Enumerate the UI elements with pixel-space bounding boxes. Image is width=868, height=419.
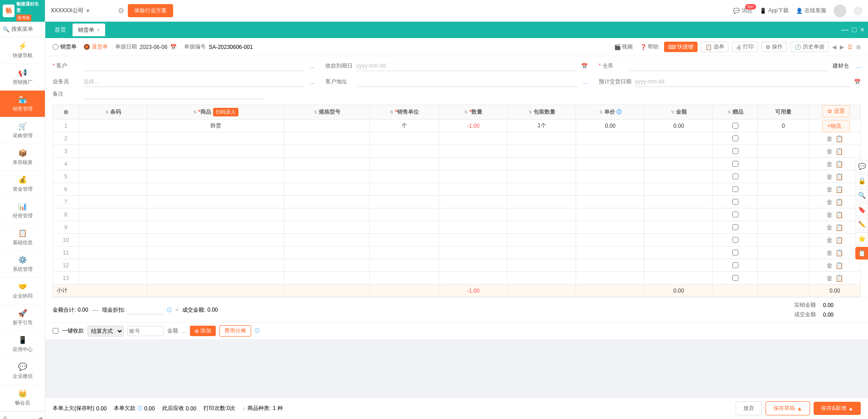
float-btn-action[interactable]: 📋	[855, 247, 868, 260]
cell-pkgqty[interactable]	[508, 208, 576, 221]
cell-price[interactable]	[576, 145, 645, 158]
cell-amount[interactable]	[645, 183, 713, 196]
radio-sales[interactable]: 销货单	[53, 43, 77, 51]
save-draft-dropdown-icon[interactable]: ▲	[797, 405, 802, 412]
delete-row-icon[interactable]: 🗑	[826, 275, 833, 282]
delete-row-icon[interactable]: 🗑	[826, 148, 833, 155]
cell-pkgqty[interactable]	[508, 221, 576, 234]
cell-barcode[interactable]	[79, 234, 147, 246]
cell-unit[interactable]	[370, 183, 439, 196]
cell-gift[interactable]	[713, 272, 758, 284]
cell-unit[interactable]	[370, 196, 439, 208]
cell-unit[interactable]	[370, 234, 439, 246]
copy-row-icon[interactable]: 📋	[835, 173, 843, 180]
cell-barcode[interactable]	[79, 158, 147, 170]
cell-pkgqty[interactable]	[508, 246, 576, 259]
cell-unit[interactable]	[370, 221, 439, 234]
cell-gift[interactable]	[713, 158, 758, 170]
cell-amount[interactable]	[645, 145, 713, 158]
cell-qty[interactable]	[439, 246, 508, 259]
cell-barcode[interactable]	[79, 208, 147, 221]
cash-discount-input[interactable]	[127, 306, 163, 314]
copy-row-icon[interactable]: 📋	[835, 249, 843, 256]
cell-qty[interactable]	[439, 132, 508, 145]
cell-product[interactable]	[147, 246, 284, 259]
cell-unit[interactable]	[370, 145, 439, 158]
cell-qty[interactable]	[439, 272, 508, 284]
cell-amount[interactable]	[645, 272, 713, 284]
cell-spec[interactable]	[284, 221, 370, 234]
customer-input[interactable]	[83, 61, 305, 71]
add-btn[interactable]: ⊕ 添加	[190, 326, 216, 336]
th-price[interactable]: ⇅ 单价 ⓘ	[576, 105, 645, 120]
cell-barcode[interactable]	[79, 145, 147, 158]
sidebar-item-enterprise[interactable]: 🤝 企业协同	[0, 278, 45, 304]
th-settings[interactable]: ⚙	[53, 105, 79, 120]
delete-row-icon[interactable]: 🗑	[826, 211, 833, 218]
cell-unit[interactable]	[370, 246, 439, 259]
cell-qty[interactable]	[439, 170, 508, 183]
cell-price[interactable]	[576, 221, 645, 234]
cell-amount[interactable]	[645, 158, 713, 170]
th-unit[interactable]: ⇅ *销售单位	[370, 105, 439, 120]
cell-barcode[interactable]	[79, 183, 147, 196]
cell-gift[interactable]	[713, 246, 758, 259]
save-new-dropdown-icon[interactable]: ▲	[848, 405, 853, 412]
cell-qty[interactable]	[439, 158, 508, 170]
sidebar-item-purchase-mgmt[interactable]: 🛒 采购管理	[0, 117, 45, 144]
cell-spec[interactable]	[284, 170, 370, 183]
cell-product[interactable]	[147, 145, 284, 158]
float-btn-search[interactable]: 🔍	[855, 189, 868, 202]
cell-spec[interactable]	[284, 145, 370, 158]
sidebar-item-sales-mgmt[interactable]: 🏪 销售管理	[0, 91, 45, 117]
cell-gift[interactable]	[713, 183, 758, 196]
copy-row-icon[interactable]: 📋	[835, 262, 843, 269]
sidebar-settings-icon[interactable]: ⚙	[3, 415, 8, 419]
account-input[interactable]	[127, 326, 164, 336]
cell-amount[interactable]	[645, 208, 713, 221]
float-btn-star[interactable]: ⭐	[855, 232, 868, 245]
sidebar-item-marketing[interactable]: 📢 营销推广	[0, 64, 45, 91]
cell-amount[interactable]	[645, 132, 713, 145]
action-select[interactable]: 📋 选单	[701, 42, 728, 52]
action-print[interactable]: 🖨 打印	[732, 42, 758, 52]
cell-qty[interactable]	[439, 234, 508, 246]
cell-barcode[interactable]	[79, 246, 147, 259]
cell-amount[interactable]	[645, 259, 713, 272]
info-icon[interactable]: ⓘ	[167, 307, 172, 313]
delete-row-icon[interactable]: 🗑	[826, 198, 833, 206]
price-info-icon[interactable]: ⓘ	[616, 109, 621, 115]
cell-unit[interactable]	[370, 208, 439, 221]
copy-row-icon[interactable]: 📋	[835, 198, 843, 206]
cell-barcode[interactable]	[79, 221, 147, 234]
cell-qty[interactable]	[439, 259, 508, 272]
cell-amount[interactable]: 0.00	[645, 120, 713, 132]
cell-pkgqty[interactable]	[508, 170, 576, 183]
cell-spec[interactable]	[284, 246, 370, 259]
action-video[interactable]: 🎬 视频	[612, 42, 635, 52]
cell-price[interactable]	[576, 272, 645, 284]
copy-row-icon[interactable]: 📋	[835, 275, 843, 282]
user-avatar-2[interactable]	[853, 6, 863, 15]
cell-spec[interactable]	[284, 259, 370, 272]
copy-row-icon[interactable]: 📋	[835, 148, 843, 155]
cell-qty[interactable]	[439, 145, 508, 158]
cell-product[interactable]	[147, 221, 284, 234]
copy-row-icon[interactable]: 📋	[835, 211, 843, 218]
cell-price[interactable]	[576, 259, 645, 272]
action-shortcut[interactable]: ⌨ 快捷键	[664, 42, 698, 52]
cell-gift[interactable]	[713, 170, 758, 183]
cell-qty[interactable]	[439, 196, 508, 208]
warehouse-input[interactable]	[630, 61, 829, 71]
cell-barcode[interactable]	[79, 132, 147, 145]
tab-home[interactable]: 首页	[49, 22, 72, 38]
cell-gift[interactable]	[713, 208, 758, 221]
cell-pkgqty[interactable]	[508, 196, 576, 208]
cell-amount[interactable]	[645, 170, 713, 183]
cell-barcode[interactable]	[79, 272, 147, 284]
cell-gift[interactable]	[713, 145, 758, 158]
sidebar-search[interactable]: 🔍 搜索菜单	[0, 22, 45, 37]
cell-unit[interactable]: 个	[370, 120, 439, 132]
expense-btn[interactable]: 费用分摊	[219, 325, 251, 337]
total-owed-info[interactable]: ⓘ	[137, 405, 142, 412]
